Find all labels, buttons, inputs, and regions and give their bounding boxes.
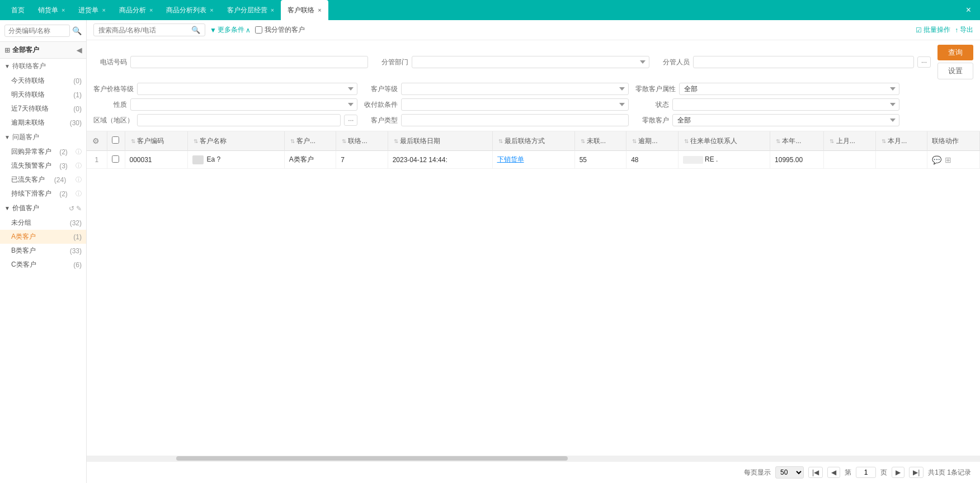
sidebar-all-customers-header[interactable]: ⊞ 全部客户 ◀: [0, 42, 86, 59]
edit-icon[interactable]: ✎: [76, 205, 82, 212]
sidebar-pending-title[interactable]: ▼ 待联络客户: [0, 59, 86, 74]
col-sort-icon: ⇅: [882, 138, 886, 144]
filter-payment-select[interactable]: [401, 98, 628, 111]
nav-tab-customer-contact[interactable]: 客户联络 ×: [281, 0, 328, 20]
nav-tab-goods-list[interactable]: 商品分析列表 ×: [159, 0, 220, 20]
export-button[interactable]: ↑ 导出: [955, 25, 973, 35]
col-sort-icon: ⇅: [342, 138, 346, 144]
col-cust-level: ⇅ 客户...: [284, 131, 336, 151]
batch-op-icon: ☑: [916, 26, 922, 34]
last-method-link[interactable]: 下销货单: [497, 155, 524, 163]
horizontal-scrollbar[interactable]: [87, 456, 980, 461]
refresh-icon[interactable]: ↺: [69, 205, 74, 212]
first-page-button[interactable]: |◀: [808, 467, 823, 478]
sidebar-value-title[interactable]: ▼ 价值客户 ↺ ✎: [0, 201, 86, 216]
filter-cust-level-select[interactable]: [401, 83, 628, 95]
filter-status-select[interactable]: [672, 98, 899, 111]
settings-button[interactable]: 设置: [937, 63, 973, 79]
cell-overdue: 48: [626, 151, 679, 169]
sidebar-item-unclassified[interactable]: 未分组 (32): [0, 216, 86, 230]
filter-cust-type-input[interactable]: [401, 114, 628, 126]
filter-scattered-select[interactable]: 全部: [672, 114, 899, 126]
sidebar-item-declining[interactable]: 持续下滑客户 (2) ⓘ: [0, 187, 86, 201]
scrollbar-thumb[interactable]: [176, 456, 568, 461]
last-page-button[interactable]: ▶|: [909, 467, 924, 478]
message-icon[interactable]: 💬: [932, 155, 941, 164]
sidebar-collapse-button[interactable]: ◀: [77, 46, 82, 54]
cell-checkbox: [107, 151, 125, 169]
sidebar-item-loss-warning[interactable]: 流失预警客户 (3) ⓘ: [0, 159, 86, 173]
page-number-input[interactable]: [856, 467, 876, 478]
sidebar-search-input[interactable]: [4, 25, 70, 37]
section-title-label: 价值客户: [12, 203, 39, 213]
sidebar-item-overdue[interactable]: 逾期未联络 (30): [0, 116, 86, 130]
per-page-select[interactable]: 50 100: [775, 466, 804, 479]
qr-icon[interactable]: ⊞: [945, 155, 951, 164]
filter-search-input[interactable]: [98, 26, 191, 34]
row-checkbox[interactable]: [112, 155, 119, 163]
adv-filter-row4: 区域（地区） ··· 客户类型 零散客户 全部: [93, 114, 973, 126]
filter-region-dots[interactable]: ···: [344, 115, 357, 126]
filter-phone-input[interactable]: [130, 56, 368, 68]
col-sort-icon: ⇅: [498, 138, 503, 144]
select-all-checkbox[interactable]: [112, 136, 119, 144]
nav-tab-customer-tier[interactable]: 客户分层经营 ×: [220, 0, 281, 20]
nav-tab-label: 客户联络: [288, 6, 314, 15]
sidebar-problem-title[interactable]: ▼ 问题客户: [0, 130, 86, 145]
nav-tab-goods-analysis[interactable]: 商品分析 ×: [112, 0, 159, 20]
nav-tab-sales[interactable]: 销货单 ×: [31, 0, 72, 20]
nav-tab-close[interactable]: ×: [271, 7, 274, 13]
adv-filter-row3: 性质 收付款条件 状态: [93, 98, 973, 111]
sidebar-item-7days[interactable]: 近7天待联络 (0): [0, 102, 86, 116]
nav-tab-close[interactable]: ×: [102, 7, 105, 13]
sidebar-item-class-b[interactable]: B类客户 (33): [0, 244, 86, 258]
filter-search-box: 🔍: [93, 23, 205, 36]
value-section-icons: ↺ ✎: [69, 205, 82, 212]
sidebar-item-tomorrow[interactable]: 明天待联络 (1): [0, 88, 86, 102]
prev-page-button[interactable]: ◀: [827, 467, 840, 478]
query-button[interactable]: 查询: [937, 45, 973, 60]
nav-tab-close[interactable]: ×: [149, 7, 153, 13]
filter-nature: 性质: [93, 98, 357, 111]
sidebar-search-icon[interactable]: 🔍: [72, 26, 82, 35]
nav-tab-home[interactable]: 首页: [4, 0, 31, 20]
filter-label: 电话号码: [93, 58, 127, 67]
more-filters-button[interactable]: ▼ 更多条件 ∧: [210, 25, 251, 35]
my-customers-checkbox-area[interactable]: 我分管的客户: [255, 25, 305, 35]
next-page-button[interactable]: ▶: [892, 467, 904, 478]
filter-search-icon[interactable]: 🔍: [191, 26, 200, 34]
filter-region: 区域（地区） ···: [93, 114, 357, 126]
batch-op-button[interactable]: ☑ 批量操作: [916, 25, 950, 35]
filter-dept-select[interactable]: [412, 56, 649, 68]
filter-manager-input[interactable]: [693, 56, 914, 68]
close-all-button[interactable]: ×: [962, 5, 976, 15]
sidebar-item-class-c[interactable]: C类客户 (6): [0, 258, 86, 272]
my-customers-checkbox[interactable]: [255, 26, 262, 34]
nav-tab-close[interactable]: ×: [62, 7, 65, 13]
sidebar-item-class-a[interactable]: A类客户 (1): [0, 230, 86, 244]
cell-num: 1: [87, 151, 107, 169]
info-icon: ⓘ: [76, 162, 82, 170]
col-contact-count: ⇅ 联络...: [336, 131, 388, 151]
table-gear-button[interactable]: ⚙: [91, 135, 101, 146]
sidebar-item-today[interactable]: 今天待联络 (0): [0, 74, 86, 88]
nav-tab-purchase[interactable]: 进货单 ×: [72, 0, 112, 20]
sidebar-item-repurchase-abnormal[interactable]: 回购异常客户 (2) ⓘ: [0, 145, 86, 159]
arrow-icon: ▼: [4, 205, 10, 211]
filter-price-select[interactable]: [137, 83, 357, 95]
filter-manager-dots[interactable]: ···: [917, 56, 931, 68]
filter-cust-type: 客户类型: [364, 114, 628, 126]
filter-scattered-attr-select[interactable]: 全部: [679, 83, 899, 95]
filter-region-input[interactable]: [137, 114, 341, 126]
nav-tab-close[interactable]: ×: [318, 7, 321, 13]
info-icon: ⓘ: [76, 148, 82, 156]
cell-code: 000031: [125, 151, 188, 169]
cell-not-contacted: 55: [574, 151, 626, 169]
col-overdue: ⇅ 逾期...: [626, 131, 679, 151]
col-sort-icon: ⇅: [290, 138, 295, 144]
sidebar-item-lost[interactable]: 已流失客户 (24) ⓘ: [0, 173, 86, 187]
col-this-year: ⇅ 本年...: [770, 131, 824, 151]
my-customers-label: 我分管的客户: [265, 25, 305, 35]
filter-nature-select[interactable]: [130, 98, 357, 111]
nav-tab-close[interactable]: ×: [210, 7, 213, 13]
